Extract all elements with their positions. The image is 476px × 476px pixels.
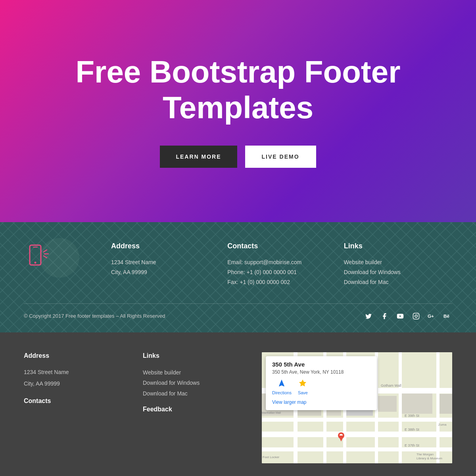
footer1-content: Address 1234 Street Name City, AA 99999 … bbox=[24, 242, 452, 288]
hero-buttons: LEARN MORE LIVE DEMO bbox=[160, 146, 316, 168]
svg-line-15 bbox=[44, 256, 47, 258]
svg-text:Foot Locker: Foot Locker bbox=[263, 455, 280, 459]
svg-rect-31 bbox=[262, 432, 452, 437]
footer1-links-column: Links Website builder Download for Windo… bbox=[336, 242, 452, 288]
directions-action[interactable]: Directions bbox=[272, 379, 292, 395]
footer2-address-line1: 1234 Street Name bbox=[24, 367, 127, 377]
svg-point-18 bbox=[417, 314, 418, 315]
facebook-icon[interactable] bbox=[380, 312, 389, 321]
footer1-social-icons: G+ Bē bbox=[364, 312, 452, 321]
learn-more-button[interactable]: LEARN MORE bbox=[160, 146, 237, 168]
svg-text:E 38th St: E 38th St bbox=[405, 428, 420, 432]
footer1: Address 1234 Street Name City, AA 99999 … bbox=[0, 222, 476, 332]
footer1-fax: Fax: +1 (0) 000 0000 002 bbox=[227, 277, 336, 287]
svg-text:Gotham Wall: Gotham Wall bbox=[381, 384, 401, 388]
svg-text:E 37th St: E 37th St bbox=[405, 443, 420, 447]
directions-label: Directions bbox=[272, 390, 292, 395]
twitter-icon[interactable] bbox=[364, 312, 373, 321]
footer1-email: Email: support@mobirise.com bbox=[227, 257, 336, 267]
svg-rect-38 bbox=[436, 352, 440, 463]
footer1-links-heading: Links bbox=[344, 242, 452, 250]
svg-rect-27 bbox=[401, 392, 432, 414]
view-larger-map-link[interactable]: View larger map bbox=[272, 399, 306, 405]
save-label: Save bbox=[298, 390, 308, 395]
footer2-address-column: Address 1234 Street Name City, AA 99999 … bbox=[24, 352, 127, 463]
hero-section: Free Bootstrap Footer Templates LEARN MO… bbox=[0, 0, 476, 222]
footer2-link-website-builder[interactable]: Website builder bbox=[143, 367, 246, 378]
map-popup-actions: Directions Save bbox=[272, 379, 370, 395]
footer2-links-column: Links Website builder Download for Windo… bbox=[143, 352, 246, 463]
svg-rect-30 bbox=[262, 418, 452, 422]
svg-text:G+: G+ bbox=[428, 313, 434, 319]
footer1-bottom-bar: © Copyright 2017 Free footer templates –… bbox=[24, 303, 452, 321]
footer2: Address 1234 Street Name City, AA 99999 … bbox=[0, 332, 476, 476]
svg-point-17 bbox=[415, 315, 417, 317]
footer2-contacts-heading: Contacts bbox=[24, 397, 127, 405]
footer2-map: Gotham Wall E 39th St E 38th St E 37th S… bbox=[262, 352, 452, 463]
footer1-contacts-heading: Contacts bbox=[227, 242, 336, 250]
svg-text:Library & Museum: Library & Museum bbox=[416, 457, 442, 460]
svg-rect-32 bbox=[262, 447, 452, 451]
footer2-address-heading: Address bbox=[24, 352, 127, 359]
footer1-contacts-column: Contacts Email: support@mobirise.com Pho… bbox=[219, 242, 336, 288]
footer1-address-line2: City, AA 99999 bbox=[111, 267, 219, 277]
youtube-icon[interactable] bbox=[396, 312, 405, 321]
svg-line-13 bbox=[44, 250, 47, 252]
directions-icon bbox=[277, 379, 286, 390]
footer1-logo-column bbox=[24, 242, 103, 288]
save-action[interactable]: Save bbox=[298, 379, 308, 395]
map-popup: 350 5th Ave 350 5th Ave, New York, NY 10… bbox=[266, 356, 377, 410]
footer2-links-heading: Links bbox=[143, 352, 246, 359]
footer1-link-download-windows[interactable]: Download for Windows bbox=[344, 267, 452, 277]
footer1-copyright: © Copyright 2017 Free footer templates –… bbox=[24, 313, 165, 319]
footer2-feedback-heading: Feedback bbox=[143, 406, 246, 413]
svg-rect-16 bbox=[413, 313, 419, 319]
svg-rect-37 bbox=[399, 352, 402, 463]
svg-text:E 39th St: E 39th St bbox=[405, 414, 420, 418]
footer1-address-heading: Address bbox=[111, 242, 219, 250]
behance-icon[interactable]: Bē bbox=[443, 312, 452, 321]
live-demo-button[interactable]: LIVE DEMO bbox=[245, 146, 316, 168]
hero-title: Free Bootstrap Footer Templates bbox=[60, 54, 416, 125]
map-popup-address: 350 5th Ave, New York, NY 10118 bbox=[272, 369, 370, 375]
svg-rect-26 bbox=[377, 396, 397, 412]
save-icon bbox=[298, 379, 307, 390]
mobirise-logo-icon bbox=[24, 242, 52, 270]
svg-text:Bē: Bē bbox=[443, 313, 449, 319]
svg-rect-12 bbox=[33, 247, 38, 248]
footer1-link-website-builder[interactable]: Website builder bbox=[344, 257, 452, 267]
footer2-link-download-mac[interactable]: Download for Mac bbox=[143, 388, 246, 399]
svg-text:Zuma: Zuma bbox=[438, 423, 447, 426]
svg-text:Manhattan Mall: Manhattan Mall bbox=[262, 411, 281, 414]
googleplus-icon[interactable]: G+ bbox=[428, 312, 436, 321]
footer2-link-download-windows[interactable]: Download for Windows bbox=[143, 378, 246, 388]
footer1-address-column: Address 1234 Street Name City, AA 99999 bbox=[103, 242, 219, 288]
footer1-link-download-mac[interactable]: Download for Mac bbox=[344, 277, 452, 287]
footer2-address-line2: City, AA 99999 bbox=[24, 379, 127, 389]
footer1-address-line1: 1234 Street Name bbox=[111, 257, 219, 267]
svg-point-11 bbox=[35, 262, 36, 264]
footer1-phone: Phone: +1 (0) 000 0000 001 bbox=[227, 267, 336, 277]
map-popup-title: 350 5th Ave bbox=[272, 361, 370, 368]
instagram-icon[interactable] bbox=[412, 312, 420, 321]
svg-text:The Morgan: The Morgan bbox=[416, 453, 434, 456]
